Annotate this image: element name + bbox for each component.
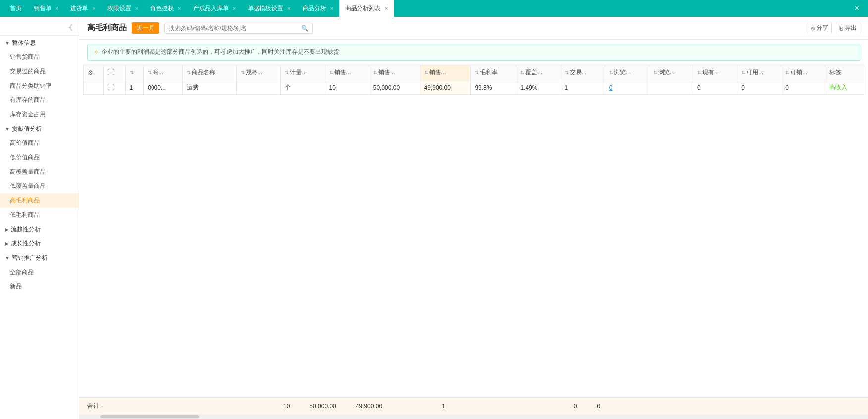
col-unit[interactable]: ⇅计量...	[281, 65, 325, 80]
search-input[interactable]	[169, 25, 301, 32]
col-code[interactable]: ⇅商...	[144, 65, 182, 80]
sidebar-item-high-coverage[interactable]: 高覆盖量商品	[0, 165, 79, 179]
cell-stock-now-0: 0	[693, 80, 737, 95]
nav-product-analysis-close[interactable]: ×	[330, 0, 333, 17]
row-checkbox-0[interactable]	[108, 84, 114, 90]
sidebar: 《 ▼ 整体信息 销售货商品 交易过的商品 商品分类助销率 有库存的商品 库存资…	[0, 17, 79, 419]
horizontal-scrollbar[interactable]	[79, 414, 868, 419]
sidebar-item-stocked-goods[interactable]: 有库存的商品	[0, 93, 79, 107]
sidebar-item-all-goods[interactable]: 全部商品	[0, 265, 79, 279]
col-trade[interactable]: ⇅交易...	[561, 65, 605, 80]
scroll-thumb[interactable]	[100, 415, 199, 418]
nav-template-close[interactable]: ×	[287, 0, 290, 17]
col-view1[interactable]: ⇅浏览...	[605, 65, 649, 80]
cell-settings-0	[84, 80, 104, 95]
info-banner: ✧ 企业的主要的利润都是这部分商品创造的，可考虑加大推广，同时关注库存是不要出现…	[87, 44, 860, 61]
nav-product-in[interactable]: 产成品入库单 ×	[187, 0, 242, 17]
share-icon: ⎋	[811, 25, 815, 32]
export-icon: ⎗	[839, 25, 843, 32]
cell-coverage-0: 1.49%	[516, 80, 561, 95]
share-btn[interactable]: ⎋ 分享	[808, 22, 832, 34]
nav-product-in-close[interactable]: ×	[233, 0, 236, 17]
nav-permission-close[interactable]: ×	[135, 0, 138, 17]
col-stock-now[interactable]: ⇅现有...	[693, 65, 737, 80]
col-coverage[interactable]: ⇅覆盖...	[516, 65, 561, 80]
sidebar-item-sales-goods[interactable]: 销售货商品	[0, 50, 79, 64]
nav-product-analysis[interactable]: 商品分析 ×	[297, 0, 339, 17]
section-marketing[interactable]: ▼ 营销推广分析	[0, 251, 79, 265]
cell-index-0: 1	[125, 80, 144, 95]
col-sales-qty[interactable]: ⇅销售...	[325, 65, 369, 80]
col-sales-cost[interactable]: ⇅销售...	[420, 65, 471, 80]
action-buttons: ⎋ 分享 ⎗ 导出	[808, 22, 860, 34]
sidebar-item-category-rate[interactable]: 商品分类助销率	[0, 79, 79, 93]
nav-sales[interactable]: 销售单 ×	[28, 0, 64, 17]
section-marketing-arrow: ▼	[5, 255, 10, 261]
col-gross-margin[interactable]: ⇅毛利率	[471, 65, 516, 80]
search-box[interactable]: 🔍	[164, 23, 313, 34]
sidebar-item-new-goods[interactable]: 新品	[0, 279, 79, 294]
col-index: ⇅	[125, 65, 144, 80]
col-tag: 标签	[825, 65, 864, 80]
sidebar-item-traded-goods[interactable]: 交易过的商品	[0, 64, 79, 79]
cell-sales-qty-0: 10	[325, 80, 369, 95]
cell-code-0: 0000...	[144, 80, 182, 95]
nav-purchase-close[interactable]: ×	[92, 0, 95, 17]
table-footer: 合计： 10 50,000.00 49,900.00 1 0 0	[79, 397, 868, 414]
info-banner-text: 企业的主要的利润都是这部分商品创造的，可考虑加大推广，同时关注库存是不要出现缺货	[102, 48, 339, 56]
col-settings[interactable]: ⚙	[84, 65, 104, 80]
footer-sales-cost: 49,900.00	[356, 403, 382, 410]
sidebar-item-high-margin[interactable]: 高毛利商品	[0, 193, 79, 208]
sidebar-item-capital[interactable]: 库存资金占用	[0, 107, 79, 122]
col-spec[interactable]: ⇅规格...	[237, 65, 281, 80]
data-table: ⚙ ⇅ ⇅商... ⇅商品名称 ⇅规格... ⇅计量... ⇅销售... ⇅销售…	[83, 65, 864, 95]
col-sales-amount[interactable]: ⇅销售...	[369, 65, 420, 80]
section-growth[interactable]: ▶ 成长性分析	[0, 236, 79, 251]
sidebar-item-low-value[interactable]: 低价值商品	[0, 150, 79, 165]
search-icon[interactable]: 🔍	[301, 25, 308, 32]
cell-sales-amount-0: 50,000.00	[369, 80, 420, 95]
section-contribution-arrow: ▼	[5, 126, 10, 132]
content-area: 高毛利商品 近一月 🔍 ⎋ 分享 ⎗ 导出 ✧ 企业的主要的利润都是这部分商品创…	[79, 17, 868, 419]
col-checkbox[interactable]	[103, 65, 125, 80]
footer-stock-avail: 0	[574, 403, 577, 410]
top-navigation: 首页 销售单 × 进货单 × 权限设置 × 角色授权 × 产成品入库单 × 单据…	[0, 0, 868, 17]
section-trend[interactable]: ▶ 流趋性分析	[0, 222, 79, 236]
sidebar-item-low-margin[interactable]: 低毛利商品	[0, 208, 79, 222]
section-growth-arrow: ▶	[5, 241, 9, 246]
cell-stock-sale-0: 0	[781, 80, 825, 95]
window-close-btn[interactable]: ×	[850, 4, 864, 13]
nav-role[interactable]: 角色授权 ×	[144, 0, 187, 17]
section-overall-arrow: ▼	[5, 40, 10, 46]
nav-product-analysis-list-close[interactable]: ×	[385, 0, 388, 17]
col-stock-avail[interactable]: ⇅可用...	[737, 65, 781, 80]
cell-unit-0: 个	[281, 80, 325, 95]
col-stock-sale[interactable]: ⇅可销...	[781, 65, 825, 80]
footer-sales-amount: 50,000.00	[309, 403, 336, 410]
cell-view2-0	[649, 80, 693, 95]
nav-home[interactable]: 首页	[4, 0, 28, 17]
nav-permission[interactable]: 权限设置 ×	[102, 0, 144, 17]
select-all-checkbox[interactable]	[108, 69, 114, 75]
sidebar-collapse-btn[interactable]: 《	[63, 23, 75, 33]
section-contribution[interactable]: ▼ 贡献值分析	[0, 122, 79, 136]
section-overall[interactable]: ▼ 整体信息	[0, 36, 79, 50]
nav-sales-close[interactable]: ×	[55, 0, 58, 17]
footer-label: 合计：	[87, 402, 105, 410]
nav-role-close[interactable]: ×	[178, 0, 181, 17]
filter-recent-month-btn[interactable]: 近一月	[132, 22, 159, 34]
page-title: 高毛利商品	[87, 23, 127, 33]
cell-view1-0[interactable]: 0	[605, 80, 649, 95]
nav-template[interactable]: 单据模板设置 ×	[242, 0, 296, 17]
sidebar-item-high-value[interactable]: 高价值商品	[0, 136, 79, 150]
col-view2[interactable]: ⇅浏览...	[649, 65, 693, 80]
col-name[interactable]: ⇅商品名称	[182, 65, 237, 80]
nav-product-analysis-list[interactable]: 商品分析列表 ×	[339, 0, 394, 17]
nav-purchase[interactable]: 进货单 ×	[64, 0, 101, 17]
table-row: 1 0000... 运费 个 10 50,000.00 49,900.00 99…	[84, 80, 864, 95]
cell-checkbox-0[interactable]	[103, 80, 125, 95]
table-wrapper: ⚙ ⇅ ⇅商... ⇅商品名称 ⇅规格... ⇅计量... ⇅销售... ⇅销售…	[79, 65, 868, 397]
export-btn[interactable]: ⎗ 导出	[836, 22, 860, 34]
sidebar-item-low-coverage[interactable]: 低覆盖量商品	[0, 179, 79, 193]
cell-gross-margin-0: 99.8%	[471, 80, 516, 95]
